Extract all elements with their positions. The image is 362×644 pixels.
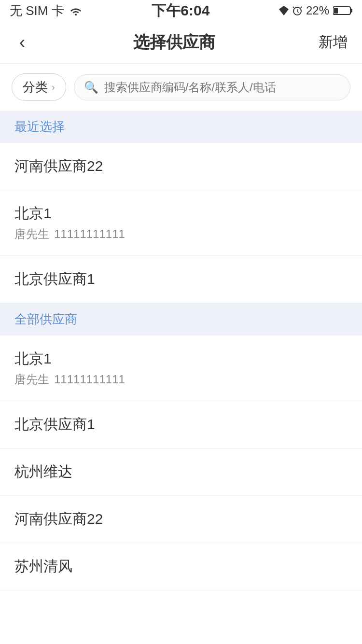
recent-section-label: 最近选择 <box>14 119 65 134</box>
item-name: 河南供应商22 <box>14 156 348 176</box>
recent-items-list: 河南供应商22北京1唐先生11111111111北京供应商1 <box>0 143 362 303</box>
battery-percent: 22% <box>306 4 329 17</box>
category-label: 分类 <box>23 79 48 96</box>
wifi-icon <box>69 6 83 15</box>
status-left: 无 SIM 卡 <box>10 2 83 19</box>
all-section-label: 全部供应商 <box>14 312 77 326</box>
item-contact: 唐先生 <box>14 373 49 386</box>
list-item[interactable]: 杭州维达 <box>0 448 362 496</box>
item-sub: 唐先生11111111111 <box>14 372 348 387</box>
back-button[interactable]: ‹ <box>14 28 30 57</box>
item-name: 北京1 <box>14 349 348 369</box>
chevron-right-icon: › <box>52 82 55 93</box>
svg-rect-3 <box>334 8 338 14</box>
item-contact: 唐先生 <box>14 227 49 240</box>
recent-section-header: 最近选择 <box>0 111 362 143</box>
svg-rect-2 <box>350 9 352 13</box>
item-name: 河南供应商22 <box>14 509 348 529</box>
search-input[interactable] <box>104 81 340 94</box>
item-phone: 11111111111 <box>54 227 125 240</box>
no-sim-label: 无 SIM 卡 <box>10 2 64 19</box>
search-icon: 🔍 <box>84 81 98 94</box>
item-name: 苏州清风 <box>14 557 348 576</box>
all-section-header: 全部供应商 <box>0 303 362 336</box>
category-button[interactable]: 分类 › <box>12 73 66 101</box>
item-name: 北京供应商1 <box>14 415 348 434</box>
list-item[interactable]: 河南供应商22 <box>0 143 362 190</box>
list-item[interactable]: 河南供应商22 <box>0 496 362 543</box>
status-right: 22% <box>279 4 352 17</box>
status-bar: 无 SIM 卡 下午6:04 22% <box>0 0 362 21</box>
add-button[interactable]: 新增 <box>319 32 348 52</box>
list-item[interactable]: 北京供应商1 <box>0 401 362 448</box>
item-name: 北京供应商1 <box>14 269 348 289</box>
alarm-icon <box>292 6 302 15</box>
item-phone: 11111111111 <box>54 373 125 386</box>
page-title: 选择供应商 <box>133 31 215 54</box>
all-items-list: 北京1唐先生11111111111北京供应商1杭州维达河南供应商22苏州清风 <box>0 336 362 590</box>
list-item[interactable]: 北京1唐先生11111111111 <box>0 190 362 256</box>
list-item[interactable]: 北京供应商1 <box>0 256 362 303</box>
status-time: 下午6:04 <box>152 1 209 21</box>
item-name: 杭州维达 <box>14 462 348 482</box>
filter-bar: 分类 › 🔍 <box>0 64 362 111</box>
item-sub: 唐先生11111111111 <box>14 226 348 242</box>
nav-bar: ‹ 选择供应商 新增 <box>0 21 362 64</box>
list-item[interactable]: 苏州清风 <box>0 543 362 590</box>
location-icon <box>279 6 289 15</box>
list-item[interactable]: 北京1唐先生11111111111 <box>0 336 362 401</box>
battery-icon <box>333 6 352 15</box>
search-box: 🔍 <box>74 74 350 100</box>
item-name: 北京1 <box>14 204 348 224</box>
